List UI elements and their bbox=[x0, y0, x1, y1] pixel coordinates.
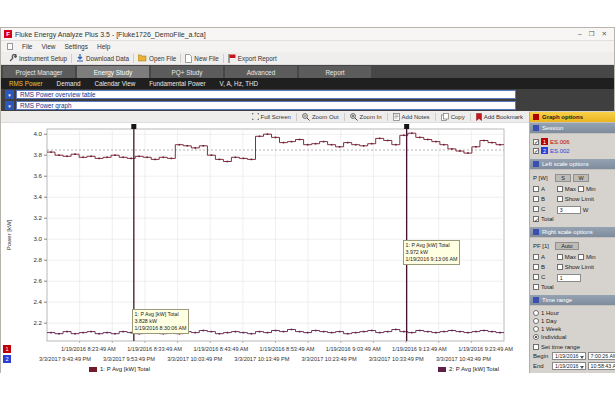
x-axis-label: 1/19/2016 8:43:49 AM bbox=[193, 346, 248, 352]
left-quantity-label: P [W] bbox=[533, 175, 553, 181]
session-header[interactable]: Session bbox=[530, 123, 615, 134]
tab-advanced[interactable]: Advanced bbox=[225, 66, 297, 78]
max-checkbox[interactable] bbox=[557, 186, 563, 192]
button-label: Export Report bbox=[238, 55, 277, 62]
menu-help[interactable]: Help bbox=[97, 43, 110, 50]
radio-1-day[interactable] bbox=[533, 318, 539, 324]
right-scale-button[interactable]: Auto bbox=[555, 242, 579, 250]
open-file-button[interactable]: Open File bbox=[134, 53, 180, 64]
expand-icon[interactable]: ▾ bbox=[5, 90, 14, 99]
radio-1-week[interactable] bbox=[533, 326, 539, 332]
fullscreen-icon bbox=[252, 113, 259, 120]
phase-c-checkbox[interactable] bbox=[533, 274, 539, 280]
copy-button[interactable]: Copy bbox=[439, 113, 467, 121]
button-label: Download Data bbox=[86, 55, 129, 62]
subtab-rms-power[interactable]: RMS Power bbox=[9, 80, 43, 87]
session-1-checkbox[interactable] bbox=[533, 139, 539, 145]
end-time-field[interactable]: 10:58:43 AM bbox=[588, 362, 615, 370]
zoom-in-button[interactable]: Zoom In bbox=[348, 113, 384, 121]
total-checkbox[interactable] bbox=[533, 216, 539, 222]
close-button[interactable]: ✕ bbox=[602, 30, 607, 38]
tab-energy-study[interactable]: Energy Study bbox=[77, 66, 149, 78]
phase-a-checkbox[interactable] bbox=[533, 254, 539, 260]
download-data-button[interactable]: Download Data bbox=[72, 53, 133, 64]
zoom-out-button[interactable]: Zoom Out bbox=[300, 113, 341, 121]
minimize-button[interactable]: – bbox=[578, 30, 582, 38]
radio-individual[interactable] bbox=[533, 334, 539, 340]
begin-time-field[interactable]: 7:00:26 AM bbox=[588, 352, 615, 360]
phase-b-label: B bbox=[541, 264, 545, 270]
left-scale-button-2[interactable]: W bbox=[573, 174, 589, 182]
instrument-setup-button[interactable]: Instrument Setup bbox=[5, 53, 71, 64]
subtab-fundamental-power[interactable]: Fundamental Power bbox=[149, 80, 205, 87]
radio-1-hour[interactable] bbox=[533, 310, 539, 316]
button-label: Copy bbox=[451, 114, 465, 120]
x-axis-label: 1/19/2016 8:33:49 AM bbox=[127, 346, 182, 352]
x-axis-row-1: 1 1/19/2016 8:23:49 AM1/19/2016 8:33:49 … bbox=[1, 345, 529, 354]
end-date-field[interactable]: 1/19/2016 bbox=[552, 362, 586, 370]
time-range-header[interactable]: Time range bbox=[530, 295, 615, 306]
legend-label: 1: P Avg [kW] Total bbox=[100, 366, 150, 372]
button-label: Add Notes bbox=[402, 114, 430, 120]
session-body: 1 ES.006 2 ES.002 bbox=[530, 134, 615, 159]
zoom-out-icon bbox=[302, 113, 310, 121]
subtab-demand[interactable]: Demand bbox=[57, 80, 81, 87]
subtab-calendar-view[interactable]: Calendar View bbox=[94, 80, 135, 87]
min-label: Min bbox=[586, 254, 596, 260]
new-file-icon bbox=[185, 54, 192, 63]
legend-swatch bbox=[438, 367, 446, 372]
set-time-range-checkbox[interactable] bbox=[533, 344, 539, 350]
begin-date-field[interactable]: 1/19/2016 bbox=[552, 352, 586, 360]
total-label: Total bbox=[541, 284, 554, 290]
separator bbox=[296, 113, 297, 121]
tab-pq-study[interactable]: PQ+ Study bbox=[151, 66, 223, 78]
full-screen-button[interactable]: Full Screen bbox=[250, 113, 293, 120]
maximize-button[interactable]: ❐ bbox=[589, 30, 595, 38]
rms-power-chart[interactable]: 4.03.83.63.43.23.02.82.62.42.2Power [kW] bbox=[1, 123, 529, 344]
new-file-button[interactable]: New File bbox=[181, 53, 223, 64]
show-limit-checkbox[interactable] bbox=[557, 264, 563, 270]
x-axis-label: 3/3/2017 10:43:49 PM bbox=[436, 356, 491, 362]
document-icon bbox=[7, 43, 13, 50]
menu-file[interactable]: File bbox=[22, 43, 32, 50]
limit-input[interactable]: 1 bbox=[557, 274, 581, 282]
left-scale-header[interactable]: Left scale options bbox=[530, 159, 615, 170]
min-checkbox[interactable] bbox=[578, 186, 584, 192]
graph-options-header[interactable]: Graph options bbox=[530, 112, 615, 123]
right-scale-header[interactable]: Right scale options bbox=[530, 227, 615, 238]
expand-icon[interactable]: ▾ bbox=[5, 101, 14, 110]
phase-b-checkbox[interactable] bbox=[533, 196, 539, 202]
separator bbox=[387, 113, 388, 121]
session-2-label: ES.002 bbox=[550, 148, 570, 154]
series-1-axis-marker: 1 bbox=[3, 345, 11, 353]
tab-report[interactable]: Report bbox=[299, 66, 371, 78]
max-checkbox[interactable] bbox=[557, 254, 563, 260]
radio-label: 1 Week bbox=[541, 326, 561, 332]
left-scale-button-1[interactable]: S bbox=[555, 174, 571, 182]
zoom-in-icon bbox=[350, 113, 358, 121]
phase-a-checkbox[interactable] bbox=[533, 186, 539, 192]
tab-project-manager[interactable]: Project Manager bbox=[3, 66, 75, 78]
limit-input[interactable]: 3 bbox=[557, 206, 581, 214]
download-icon bbox=[76, 54, 84, 62]
menu-view[interactable]: View bbox=[41, 43, 55, 50]
section-icon bbox=[533, 114, 539, 120]
phase-c-checkbox[interactable] bbox=[533, 206, 539, 212]
min-checkbox[interactable] bbox=[578, 254, 584, 260]
menu-settings[interactable]: Settings bbox=[64, 43, 88, 50]
export-report-button[interactable]: Export Report bbox=[224, 53, 281, 64]
legend-swatch bbox=[89, 367, 97, 372]
show-limit-checkbox[interactable] bbox=[557, 196, 563, 202]
subtab-v-a-hz-thd[interactable]: V, A, Hz, THD bbox=[220, 80, 259, 87]
total-checkbox[interactable] bbox=[533, 284, 539, 290]
graph-header[interactable]: RMS Power graph bbox=[16, 101, 516, 110]
x-axis-label: 3/3/2017 10:03:49 PM bbox=[167, 356, 222, 362]
title-bar: F Fluke Energy Analyze Plus 3.5 - [Fluke… bbox=[1, 28, 614, 41]
session-2-checkbox[interactable] bbox=[533, 148, 539, 154]
phase-a-label: A bbox=[541, 186, 545, 192]
overview-table-header[interactable]: RMS Power overview table bbox=[16, 90, 516, 99]
add-notes-button[interactable]: Add Notes bbox=[391, 113, 432, 121]
y-tick-label: 2.8 bbox=[33, 256, 42, 263]
add-bookmark-button[interactable]: Add Bookmark bbox=[474, 113, 525, 121]
phase-b-checkbox[interactable] bbox=[533, 264, 539, 270]
